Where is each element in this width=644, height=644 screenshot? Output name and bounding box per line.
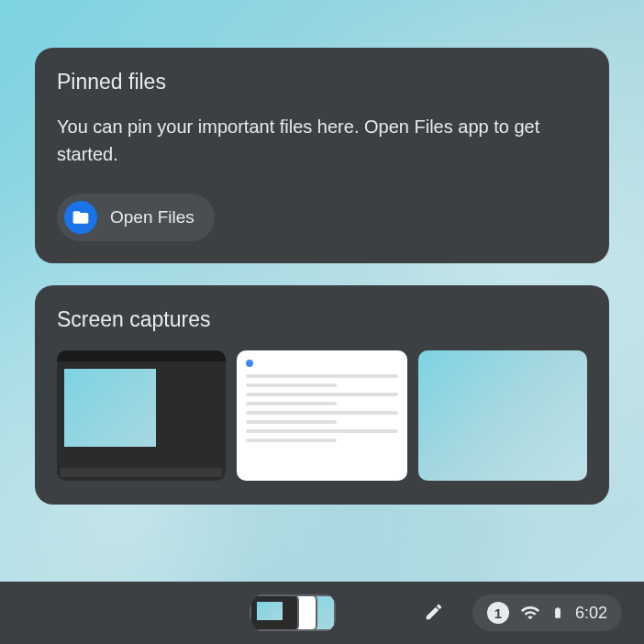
pinned-files-card: Pinned files You can pin your important … bbox=[35, 48, 609, 263]
shelf: 1 6:02 bbox=[0, 582, 644, 644]
notification-count-badge: 1 bbox=[487, 602, 509, 624]
pinned-files-description: You can pin your important files here. O… bbox=[57, 113, 587, 168]
stylus-button[interactable] bbox=[414, 593, 454, 633]
screenshot-thumbnail[interactable] bbox=[418, 350, 587, 481]
battery-icon bbox=[551, 603, 564, 623]
captures-row bbox=[57, 350, 587, 481]
pinned-files-title: Pinned files bbox=[57, 70, 587, 94]
open-files-button[interactable]: Open Files bbox=[57, 194, 215, 241]
wifi-icon bbox=[520, 603, 540, 623]
folder-icon bbox=[64, 201, 97, 234]
screenshot-thumbnail[interactable] bbox=[57, 350, 226, 481]
screenshot-thumbnail[interactable] bbox=[237, 350, 406, 481]
open-files-label: Open Files bbox=[110, 207, 194, 228]
status-area[interactable]: 1 6:02 bbox=[472, 594, 622, 631]
clock-time: 6:02 bbox=[575, 604, 607, 623]
screen-captures-title: Screen captures bbox=[57, 307, 587, 332]
pen-icon bbox=[424, 602, 444, 625]
screen-captures-card: Screen captures bbox=[35, 285, 609, 505]
tote-preview-button[interactable] bbox=[250, 590, 338, 636]
